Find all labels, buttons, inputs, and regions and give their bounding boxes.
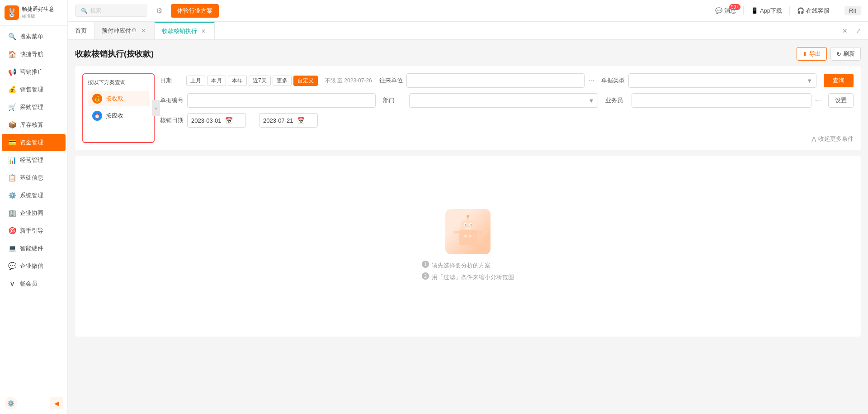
msg-icon: 💬 — [715, 7, 722, 14]
sidebar-nav: 🔍 搜索菜单 🏠 快捷导航 📢 营销推广 💰 销售管理 🛒 采购管理 📦 库存核… — [0, 26, 67, 392]
app-download-btn[interactable]: 📱 App下载 — [751, 7, 782, 15]
user-profile-btn[interactable]: Rit — [844, 6, 861, 15]
filter-field-salesman: 业务员 ··· — [605, 93, 821, 108]
dept-label: 部门 — [383, 96, 406, 105]
inventory-icon: 📦 — [8, 121, 16, 129]
tab-expand-btn[interactable]: ⤢ — [853, 25, 864, 37]
logo-text: 畅捷通好生意 标准版 — [22, 6, 54, 19]
export-btn[interactable]: ⬆ 导出 — [797, 47, 827, 61]
tab-home[interactable]: 首页 — [68, 22, 94, 39]
search-menu-icon: 🔍 — [8, 33, 16, 41]
tab-receipt-cancel-close[interactable]: ✕ — [200, 28, 207, 35]
topbar-settings-btn[interactable]: ⚙ — [153, 5, 165, 17]
sidebar-item-marketing[interactable]: 📢 营销推广 — [2, 63, 66, 81]
topbar: 🔍 搜索... ⚙ 体验行业方案 💬 消息 99+ 📱 App下载 🎧 在线客服… — [68, 0, 868, 22]
hardware-icon: 💻 — [8, 244, 16, 252]
sidebar-item-search-menu[interactable]: 🔍 搜索菜单 — [2, 28, 66, 45]
salesman-input[interactable] — [632, 93, 811, 108]
tab-prepay[interactable]: 预付冲应付单 ✕ — [94, 22, 155, 39]
counterparty-dots-btn[interactable]: ··· — [588, 76, 594, 85]
refresh-btn[interactable]: ↻ 刷新 — [830, 47, 861, 61]
date-7days-btn[interactable]: 近7天 — [249, 76, 271, 86]
filter-sidebar-collapse-btn[interactable]: » — [152, 100, 160, 116]
cancel-date-end-calendar-icon[interactable]: 📅 — [297, 117, 305, 124]
filter-row-3: 核销日期 2023-03-01 📅 — 2023-07-21 📅 — [160, 113, 854, 128]
doc-type-select[interactable]: ▼ — [628, 73, 816, 88]
empty-state: 1 请先选择要分析的方案 2 用「过滤」条件来缩小分析范围 — [422, 173, 514, 319]
sidebar-item-business[interactable]: 📊 经营管理 — [2, 152, 66, 169]
filter-form: 日期 上月 本月 本年 近7天 更多 自定义 不限 至 2023-07-26 — [160, 73, 854, 143]
content-area: 1 请先选择要分析的方案 2 用「过滤」条件来缩小分析范围 — [75, 156, 861, 337]
settings-btn[interactable]: 设置 — [828, 93, 854, 108]
topbar-search-input[interactable]: 🔍 搜索... — [75, 5, 147, 17]
svg-rect-0 — [459, 229, 477, 245]
topbar-divider-2 — [789, 6, 790, 15]
sidebar-item-weixin[interactable]: 💬 企业微信 — [2, 257, 66, 275]
date-quick-btns: 上月 本月 本年 近7天 更多 自定义 — [186, 76, 318, 86]
home-icon: 🏠 — [8, 50, 16, 58]
date-more-btn[interactable]: 更多 — [273, 76, 292, 86]
tab-close-all-btn[interactable]: ✕ — [839, 25, 851, 37]
collapse-icon: ⋀ — [811, 136, 816, 143]
date-custom-btn[interactable]: 自定义 — [293, 76, 318, 86]
weixin-icon: 💬 — [8, 262, 16, 270]
sidebar-item-enterprise[interactable]: 🏢 企业协同 — [2, 205, 66, 222]
doc-type-label: 单据类型 — [601, 76, 625, 85]
service-icon: 🎧 — [797, 7, 804, 14]
finance-icon: 💳 — [8, 138, 16, 147]
doc-no-input[interactable] — [187, 93, 376, 108]
business-icon: 📊 — [8, 156, 16, 164]
date-last-month-btn[interactable]: 上月 — [186, 76, 205, 86]
salesman-dots-btn[interactable]: ··· — [815, 96, 821, 105]
page-title: 收款核销执行(按收款) — [75, 48, 154, 59]
filter-option-by-receivable[interactable]: ⏰ 按应收 — [88, 108, 149, 124]
sidebar-item-inventory[interactable]: 📦 库存核算 — [2, 116, 66, 133]
tab-prepay-close[interactable]: ✕ — [140, 27, 147, 34]
cancel-date-group: 2023-03-01 📅 — 2023-07-21 📅 — [187, 113, 318, 128]
enterprise-icon: 🏢 — [8, 209, 16, 217]
collapse-more-btn[interactable]: ⋀ 收起更多条件 — [160, 135, 854, 143]
basic-info-icon: 📋 — [8, 174, 16, 182]
filter-field-date: 日期 上月 本月 本年 近7天 更多 自定义 — [160, 76, 318, 86]
cancel-date-end-input[interactable]: 2023-07-21 📅 — [259, 113, 318, 128]
solution-btn[interactable]: 体验行业方案 — [171, 4, 219, 18]
sidebar-settings-btn[interactable]: ⚙️ — [5, 397, 17, 409]
sidebar-item-purchase[interactable]: 🛒 采购管理 — [2, 99, 66, 116]
filter-panel: 按以下方案查询 💰 按收款 ⏰ 按应收 » 日期 — [75, 66, 861, 150]
cancel-date-start-input[interactable]: 2023-03-01 📅 — [187, 113, 246, 128]
search-btn[interactable]: 查询 — [824, 74, 854, 87]
topbar-right: 💬 消息 99+ 📱 App下载 🎧 在线客服 Rit — [715, 6, 861, 15]
search-icon: 🔍 — [81, 8, 88, 14]
cancel-date-label: 核销日期 — [160, 116, 184, 124]
empty-text: 1 请先选择要分析的方案 2 用「过滤」条件来缩小分析范围 — [422, 260, 514, 283]
sidebar-item-system[interactable]: ⚙️ 系统管理 — [2, 187, 66, 204]
cancel-date-start-calendar-icon[interactable]: 📅 — [225, 117, 233, 124]
svg-point-4 — [465, 224, 467, 226]
sidebar-item-finance[interactable]: 💳 资金管理 — [2, 134, 66, 151]
sidebar-logo: 🐰 畅捷通好生意 标准版 — [0, 0, 67, 26]
sidebar-item-hardware[interactable]: 💻 智能硬件 — [2, 240, 66, 257]
msg-btn[interactable]: 💬 消息 99+ — [715, 7, 736, 15]
counterparty-input[interactable] — [406, 73, 585, 88]
dept-select[interactable]: ▼ — [409, 93, 599, 108]
sidebar-item-sales[interactable]: 💰 销售管理 — [2, 81, 66, 98]
marketing-icon: 📢 — [8, 68, 16, 76]
date-this-year-btn[interactable]: 本年 — [228, 76, 247, 86]
svg-point-5 — [471, 224, 472, 226]
filter-row-2: 单据编号 部门 ▼ 业务员 ··· — [160, 93, 854, 108]
step-2-num: 2 — [422, 272, 429, 280]
topbar-divider-3 — [837, 6, 837, 15]
svg-rect-9 — [477, 231, 482, 233]
service-btn[interactable]: 🎧 在线客服 — [797, 7, 830, 15]
step-1-num: 1 — [422, 261, 429, 268]
filter-field-cancel-date: 核销日期 2023-03-01 📅 — 2023-07-21 📅 — [160, 113, 318, 128]
sidebar-collapse-btn[interactable]: ◀ — [50, 397, 63, 409]
sidebar-item-member[interactable]: V 畅会员 — [2, 275, 66, 292]
filter-option-by-receipt[interactable]: 💰 按收款 — [88, 91, 149, 106]
date-this-month-btn[interactable]: 本月 — [207, 76, 226, 86]
sidebar-bottom: ⚙️ ◀ — [0, 392, 67, 414]
sidebar-item-basic-info[interactable]: 📋 基础信息 — [2, 169, 66, 186]
tab-receipt-cancel[interactable]: 收款核销执行 ✕ — [155, 22, 215, 39]
sidebar-item-guide[interactable]: 🎯 新手引导 — [2, 222, 66, 239]
sidebar-item-quick-nav[interactable]: 🏠 快捷导航 — [2, 46, 66, 63]
